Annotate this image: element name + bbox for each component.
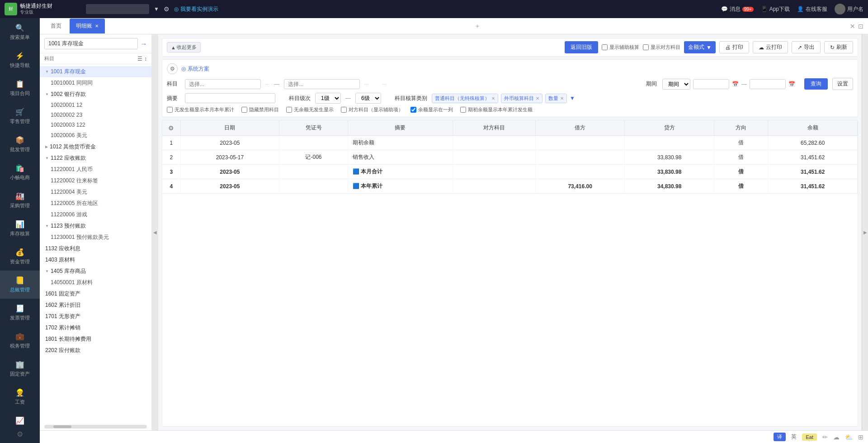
sidebar-item-salary[interactable]: 👷 工资	[0, 383, 40, 411]
window-maximize-icon[interactable]: ⊡	[858, 23, 863, 30]
return-old-btn[interactable]: 返回旧版	[565, 41, 598, 53]
tree-item-10010001[interactable]: 10010001 同同同	[40, 77, 151, 89]
status-lang-label[interactable]: 英	[791, 433, 797, 441]
cb-hide-disabled[interactable]: 隐藏禁用科目	[241, 106, 279, 113]
voucher-link[interactable]: 记-006	[305, 154, 321, 160]
settings-icon[interactable]: ⚙	[164, 5, 170, 13]
account-selector[interactable]: 1001 库存现金	[44, 38, 138, 49]
search-dropdown-icon[interactable]: ▼	[154, 6, 159, 12]
user-profile[interactable]: 用户名	[835, 4, 863, 14]
print-btn[interactable]: 🖨 打印	[719, 41, 749, 53]
tab-expand-icon[interactable]: ＋	[474, 22, 481, 30]
collapse-btn[interactable]: ▲ 收起更多	[167, 42, 201, 52]
settings-bottom-icon[interactable]: ⚙	[17, 430, 23, 438]
settings-btn[interactable]: 设置	[832, 78, 853, 90]
cb-opening-balance[interactable]: 期初余额显示本年累计发生额	[460, 106, 533, 113]
sidebar-item-search[interactable]: 🔍 搜索菜单	[0, 18, 40, 46]
tab-home[interactable]: 首页	[44, 19, 68, 33]
tab-close-icon[interactable]: ✕	[95, 24, 99, 29]
table-settings-icon[interactable]: ⚙	[168, 124, 174, 132]
sidebar-item-management[interactable]: 📈 经营管理	[0, 411, 40, 425]
tag-quantity-close[interactable]: ✕	[560, 96, 564, 101]
system-scheme-btn[interactable]: ◎ 系统方案	[181, 65, 209, 73]
tree-item-11220004[interactable]: 11220004 美元	[40, 186, 151, 198]
sidebar-item-purchase[interactable]: 🏭 采购管理	[0, 186, 40, 214]
tree-search-icon[interactable]: ↕	[144, 56, 147, 62]
sidebar-item-wholesale[interactable]: 📦 批发管理	[0, 130, 40, 158]
tree-item-1123[interactable]: ▼ 1123 预付账款	[40, 220, 151, 232]
cb-opposite-input[interactable]	[341, 107, 347, 113]
export-btn[interactable]: ↗ 导出	[792, 41, 821, 53]
show-opposite-input[interactable]	[643, 44, 649, 50]
tree-item-1602[interactable]: 1602 累计折旧	[40, 300, 151, 311]
tree-item-1122[interactable]: ▼ 1122 应收账款	[40, 152, 151, 164]
tree-item-1702[interactable]: 1702 累计摊销	[40, 322, 151, 333]
tree-item-10020003[interactable]: 10020003 122	[40, 120, 151, 130]
level-from-select[interactable]: 1级 2级 3级	[315, 93, 341, 104]
top-search-input[interactable]	[86, 4, 149, 14]
sidebar-item-quick-nav[interactable]: ⚡ 快捷导航	[0, 46, 40, 74]
status-upload-icon[interactable]: ☁	[833, 433, 840, 441]
show-opposite-checkbox[interactable]: 显示对方科目	[643, 44, 680, 51]
filter-settings-icon[interactable]: ⚙	[167, 63, 178, 74]
sidebar-item-project[interactable]: 📋 项目合同	[0, 74, 40, 102]
summary-input[interactable]	[185, 93, 275, 103]
tree-item-1403[interactable]: 1403 原材料	[40, 254, 151, 266]
cb-no-amount[interactable]: 无发生额显示本月本年累计	[167, 106, 234, 113]
sidebar-item-fixed-assets[interactable]: 🏢 固定资产	[0, 355, 40, 383]
tree-list-icon[interactable]: ☰	[137, 56, 142, 62]
right-panel-toggle[interactable]: ▶	[862, 34, 868, 430]
show-aux-checkbox[interactable]: 显示辅助核算	[602, 44, 639, 51]
translate-btn[interactable]: 译	[774, 433, 786, 441]
status-edit-icon[interactable]: ✏	[822, 433, 828, 441]
online-service-btn[interactable]: 👤 在线客服	[797, 5, 827, 13]
period-type-select[interactable]: 期间 年 月	[662, 79, 690, 90]
cb-hide-disabled-input[interactable]	[241, 107, 247, 113]
tag-normal-close[interactable]: ✕	[491, 96, 495, 101]
tree-item-11220002[interactable]: 11220002 往来标签	[40, 175, 151, 186]
cb-balance-one-col-input[interactable]	[410, 107, 416, 113]
sidebar-item-inventory[interactable]: 📊 库存核算	[0, 214, 40, 243]
sidebar-item-ledger[interactable]: 📒 总账管理	[0, 271, 40, 299]
cb-balance-one-col[interactable]: 余额显示在一列	[410, 106, 453, 113]
sidebar-item-tax[interactable]: 💼 税务管理	[0, 327, 40, 355]
tree-item-1601[interactable]: 1601 固定资产	[40, 288, 151, 300]
tree-item-11220005[interactable]: 11220005 所在地区	[40, 198, 151, 209]
query-btn[interactable]: 查询	[804, 78, 828, 90]
show-aux-input[interactable]	[602, 44, 608, 50]
type-dropdown-icon[interactable]: ▼	[570, 95, 575, 101]
status-cloud-icon[interactable]: ⛅	[845, 433, 853, 441]
cloud-print-btn[interactable]: ☁ 云打印	[753, 41, 788, 53]
cb-no-balance[interactable]: 无余额无发生显示	[286, 106, 334, 113]
window-close-icon[interactable]: ✕	[850, 23, 855, 30]
cb-opposite[interactable]: 对方科目（显示辅助项）	[341, 106, 403, 113]
sidebar-item-ecommerce[interactable]: 🛍️ 小畅电商	[0, 158, 40, 186]
tree-item-10020006[interactable]: 10020006 美元	[40, 130, 151, 141]
side-panel-toggle[interactable]: ◀	[152, 34, 158, 430]
cb-opening-balance-input[interactable]	[460, 107, 466, 113]
refresh-btn[interactable]: ↻ 刷新	[824, 41, 853, 53]
tree-item-1012[interactable]: ▶ 1012 其他货币资金	[40, 141, 151, 152]
message-btn[interactable]: 💬 消息 99+	[721, 5, 754, 13]
sidebar-item-fund[interactable]: 💰 资金管理	[0, 243, 40, 271]
tag-foreign-close[interactable]: ✕	[536, 96, 539, 101]
sidebar-item-retail[interactable]: 🛒 零售管理	[0, 102, 40, 130]
account-selector-arrow[interactable]: →	[141, 40, 147, 48]
tree-item-10020002[interactable]: 10020002 23	[40, 110, 151, 120]
tree-item-1132[interactable]: 1132 应收利息	[40, 243, 151, 254]
tab-detail[interactable]: 明细账 ✕	[70, 19, 105, 33]
kemu-start-input[interactable]	[185, 79, 261, 89]
tree-item-1405[interactable]: ▼ 1405 库存商品	[40, 266, 151, 277]
level-to-select[interactable]: 6级 5级 4级	[355, 93, 381, 104]
tree-item-1002[interactable]: ▼ 1002 银行存款	[40, 89, 151, 100]
period-calendar-icon[interactable]: 📅	[732, 81, 739, 87]
period-end-input[interactable]: 2023-05	[750, 79, 786, 89]
tree-item-10020001[interactable]: 10020001 12	[40, 100, 151, 110]
tree-item-2202[interactable]: 2202 应付账款	[40, 345, 151, 356]
tree-item-1701[interactable]: 1701 无形资产	[40, 311, 151, 322]
period-start-input[interactable]: 2023-05	[693, 79, 729, 89]
tree-item-14050001[interactable]: 14050001 原材料	[40, 277, 151, 288]
sidebar-item-invoice[interactable]: 🧾 发票管理	[0, 299, 40, 327]
tree-item-11230001[interactable]: 11230001 预付账款美元	[40, 232, 151, 243]
tree-item-1801[interactable]: 1801 长期待摊费用	[40, 333, 151, 345]
